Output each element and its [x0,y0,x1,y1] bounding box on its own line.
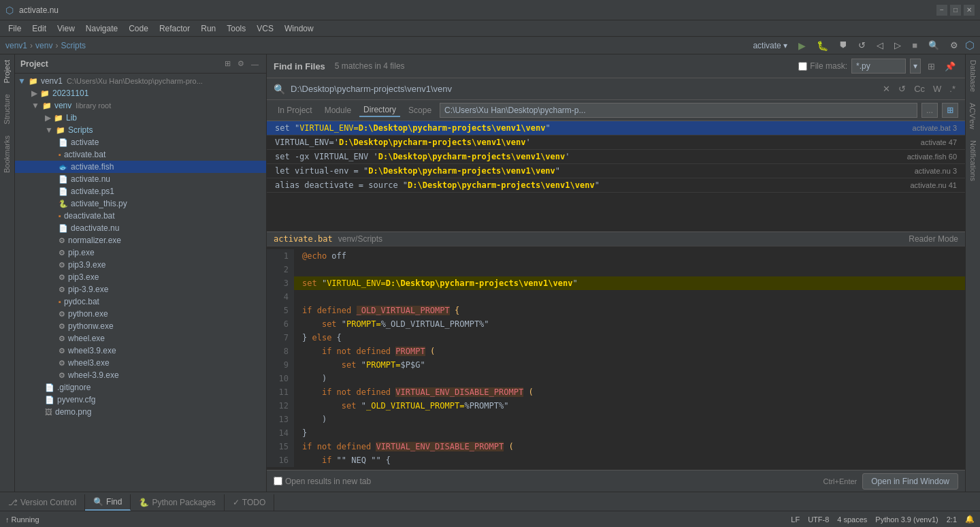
bottom-tab-version-control[interactable]: ⎇ Version Control [0,494,85,511]
tree-item-pip3[interactable]: ⚙ pip3.exe [15,271,266,283]
tree-item-normalizer[interactable]: ⚙ normalizer.exe [15,234,266,246]
scope-scope[interactable]: Scope [404,104,436,116]
minimize-button[interactable]: − [936,5,947,16]
search-everywhere-button[interactable]: 🔍 [924,38,943,52]
tree-item-wheel3[interactable]: ⚙ wheel3.exe [15,357,266,369]
scope-directory[interactable]: Directory [359,103,400,117]
scope-path-browse[interactable]: ... [921,103,938,118]
breadcrumb-venv1[interactable]: venv1 [5,41,27,50]
breadcrumb-venv[interactable]: venv [35,41,52,50]
menu-run[interactable]: Run [195,22,221,35]
vtab-notifications[interactable]: Notifications [967,135,979,187]
status-branch[interactable]: ↑ Running [5,515,39,524]
tree-item-lib[interactable]: ▶ 📁 Lib [15,112,266,124]
filter-icon-btn[interactable]: ⊞ [925,60,938,73]
tree-item-wheel[interactable]: ⚙ wheel.exe [15,332,266,345]
tree-item-pip39[interactable]: ⚙ pip3.9.exe [15,259,266,271]
tree-item-activate-ps1[interactable]: 📄 activate.ps1 [15,185,266,197]
scope-module[interactable]: Module [321,104,355,116]
open-in-find-window-button[interactable]: Open in Find Window [862,473,958,490]
case-sensitive-btn[interactable]: Cc [911,82,928,95]
menu-code[interactable]: Code [123,22,154,35]
menu-view[interactable]: View [52,22,80,35]
vtab-acview[interactable]: ACVᴵew [966,97,979,135]
status-encoding[interactable]: UTF-8 [808,515,829,524]
pin-icon-btn[interactable]: 📌 [942,60,958,73]
menu-file[interactable]: File [3,22,27,35]
tree-item-pyvenv[interactable]: 📄 pyvenv.cfg [15,394,266,406]
panel-add-button[interactable]: ⊞ [223,59,233,69]
vtab-database[interactable]: Database [967,54,979,97]
vtab-bookmarks[interactable]: Bookmarks [0,130,14,178]
rerun-button[interactable]: ↺ [854,38,870,52]
file-mask-input[interactable] [851,59,906,74]
scope-recurse-btn[interactable]: ⊞ [942,103,958,118]
open-new-tab-input[interactable] [274,477,282,485]
tree-item-venv[interactable]: ▼ 📁 venv library root [15,99,266,112]
forward-button[interactable]: ▷ [890,38,905,52]
search-input[interactable] [291,84,875,94]
vtab-project[interactable]: Project [0,54,14,89]
menu-window[interactable]: Window [279,22,319,35]
breadcrumb-scripts[interactable]: Scripts [61,41,86,50]
tree-item-wheel-39[interactable]: ⚙ wheel-3.9.exe [15,369,266,381]
file-mask-checkbox[interactable] [798,62,807,71]
tree-item-python[interactable]: ⚙ python.exe [15,308,266,320]
clear-search-btn[interactable]: ✕ [880,82,893,95]
bottom-tab-python-packages[interactable]: 🐍 Python Packages [131,494,224,511]
menu-edit[interactable]: Edit [27,22,52,35]
run-config-dropdown[interactable]: activate ▾ [749,39,791,52]
find-result-item[interactable]: set -gx VIRTUAL_ENV 'D:\Desktop\pycharm-… [267,150,965,164]
tree-item-deactivate-nu[interactable]: 📄 deactivate.nu [15,222,266,234]
tree-item-wheel39[interactable]: ⚙ wheel3.9.exe [15,345,266,357]
find-result-item[interactable]: let virtual-env = "D:\Desktop\pycharm-pr… [267,164,965,178]
jetbrains-icon[interactable]: ⬡ [965,39,975,52]
coverage-button[interactable]: ⛊ [835,39,851,52]
close-button[interactable]: ✕ [964,5,975,16]
menu-navigate[interactable]: Navigate [80,22,123,35]
tree-item-20231101[interactable]: ▶ 📁 20231101 [15,87,266,99]
tree-item-pip[interactable]: ⚙ pip.exe [15,246,266,259]
regex-btn[interactable]: .* [947,82,958,95]
menu-refactor[interactable]: Refactor [154,22,195,35]
debug-button[interactable]: 🐛 [813,38,832,53]
stop-button[interactable]: ■ [908,38,921,52]
settings-button[interactable]: ⚙ [946,38,962,52]
status-indent[interactable]: 4 spaces [837,515,867,524]
scope-path-input[interactable] [440,103,917,118]
open-new-tab-label[interactable]: Open results in new tab [285,477,371,486]
find-result-item[interactable]: VIRTUAL_ENV='D:\Desktop\pycharm-projects… [267,135,965,150]
run-button[interactable]: ▶ [794,38,810,53]
find-result-item[interactable]: alias deactivate = source "D:\Desktop\py… [267,178,965,193]
refresh-search-btn[interactable]: ↺ [896,82,909,95]
panel-collapse-button[interactable]: — [249,59,261,69]
status-lang[interactable]: Python 3.9 (venv1) [875,515,938,524]
tree-item-deactivate-bat[interactable]: ▪ deactivate.bat [15,210,266,222]
tree-item-activate-bat[interactable]: ▪ activate.bat [15,148,266,161]
tree-item-activate[interactable]: 📄 activate [15,136,266,148]
vtab-structure[interactable]: Structure [0,89,14,130]
tree-item-venv1[interactable]: ▼ 📁 venv1 C:\Users\Xu Han\Desktop\pychar… [15,75,266,87]
tree-item-pip-39[interactable]: ⚙ pip-3.9.exe [15,283,266,296]
panel-settings-button[interactable]: ⚙ [235,59,246,69]
tree-item-activate-nu[interactable]: 📄 activate.nu [15,173,266,185]
tree-item-pythonw[interactable]: ⚙ pythonw.exe [15,320,266,332]
maximize-button[interactable]: □ [950,5,961,16]
menu-tools[interactable]: Tools [221,22,251,35]
tree-item-scripts[interactable]: ▼ 📁 Scripts [15,124,266,136]
tree-item-activate-this[interactable]: 🐍 activate_this.py [15,197,266,210]
file-mask-dropdown[interactable]: ▾ [910,59,921,74]
whole-word-btn[interactable]: W [930,82,944,95]
scope-in-project[interactable]: In Project [274,104,316,116]
status-lf[interactable]: LF [791,515,800,524]
bottom-tab-find[interactable]: 🔍 Find [85,494,131,511]
status-cursor[interactable]: 2:1 [947,515,957,524]
status-notifications[interactable]: 🔔 [965,515,975,524]
tree-item-pydoc[interactable]: ▪ pydoc.bat [15,296,266,308]
tree-item-activate-fish[interactable]: 🐟 activate.fish [15,161,266,173]
tree-item-demo[interactable]: 🖼 demo.png [15,406,266,418]
back-button[interactable]: ◁ [872,38,887,52]
tree-item-gitignore[interactable]: 📄 .gitignore [15,381,266,394]
menu-vcs[interactable]: VCS [251,22,279,35]
bottom-tab-todo[interactable]: ✓ TODO [225,494,274,511]
